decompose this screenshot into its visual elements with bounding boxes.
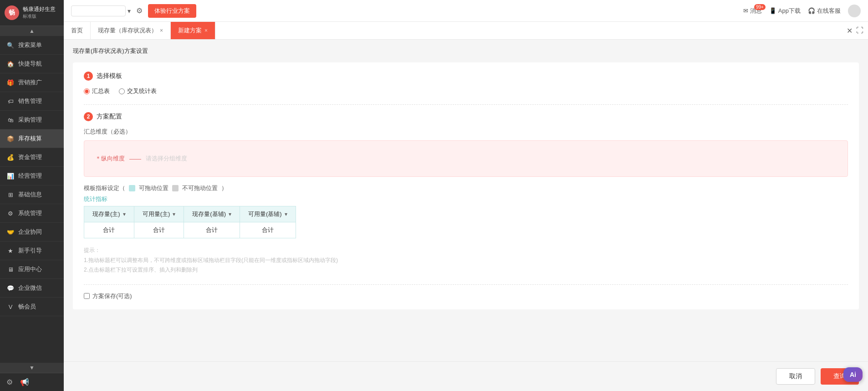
sidebar-item-label: 系统管理 [18,209,42,217]
tab-inventory[interactable]: 现存量（库存状况表） × [91,22,171,39]
vertical-dimension-label: ＊纵向维度 [95,154,125,163]
sidebar-item-system[interactable]: ⚙ 系统管理 [0,204,64,223]
main-area: ▾ ⚙ 体验行业方案 ✉ 消息 99+ 📱 App下载 🎧 在线客服 首页 [64,0,868,391]
topbar-search-group: ▾ [71,5,131,16]
online-service-btn[interactable]: 🎧 在线客服 [808,7,841,15]
sidebar-item-enterprise[interactable]: 🤝 企业协同 [0,223,64,242]
stats-col-1[interactable]: 现存量(主) ▾ [84,206,134,222]
stats-col-3[interactable]: 现存量(基辅) ▾ [184,206,240,222]
sidebar-item-label: 资金管理 [18,153,42,161]
tip-2: 2.点击标题栏下拉可设置排序、插入列和删除列 [84,265,848,275]
sidebar-item-label: 采购管理 [18,116,42,124]
monitor-icon: 🖥 [6,265,15,273]
settings-icon: ⚙ [6,209,15,217]
tab-inventory-label: 现存量（库存状况表） [98,26,157,35]
topbar-right: ✉ 消息 99+ 📱 App下载 🎧 在线客服 [743,5,861,17]
grid-icon: ⊞ [6,190,15,199]
sidebar-scroll-down[interactable]: ▼ [0,363,64,373]
sidebar-item-base-info[interactable]: ⊞ 基础信息 [0,185,64,204]
draggable-badge [129,185,135,191]
tab-new-plan-close[interactable]: × [204,27,208,34]
topbar-search-input[interactable] [71,5,126,16]
sidebar-item-marketing[interactable]: 🎁 营销推广 [0,73,64,92]
tab-home[interactable]: 首页 [64,22,91,39]
v-badge-icon: V [6,303,15,311]
stats-cell-2: 合计 [134,222,184,238]
radio-summary-table[interactable]: 汇总表 [84,87,110,95]
industry-btn[interactable]: 体验行业方案 [148,4,196,18]
sidebar-logo: 畅 畅康通好生意 标准版 [0,0,64,26]
stats-col-2-dropdown[interactable]: ▾ [173,211,175,217]
sidebar-item-inventory[interactable]: 📦 库存核算 [0,129,64,148]
stats-col-1-label: 现存量(主) [92,210,120,218]
settings-footer-icon[interactable]: ⚙ [6,378,13,386]
radio-cross-input[interactable] [119,88,125,94]
sidebar-item-label: 企业微信 [18,284,42,292]
sidebar-item-label: 营销推广 [18,78,42,87]
box-icon: 📦 [6,134,15,143]
radio-cross-label: 交叉统计表 [127,87,157,95]
stats-col-2-label: 可用量(主) [143,210,170,218]
step1-title: 选择模板 [97,72,122,80]
sidebar-item-label: 企业协同 [18,228,42,236]
non-draggable-label: 不可拖动位置 [182,184,218,192]
cancel-button[interactable]: 取消 [776,368,815,385]
sidebar-item-newbie[interactable]: ★ 新手引导 [0,242,64,260]
vertical-dimension-area[interactable]: ＊纵向维度 —— 请选择分组维度 [84,140,848,177]
radio-summary-input[interactable] [84,88,90,94]
stats-col-4-label: 可用量(基辅) [248,210,282,218]
tab-close-btn[interactable]: ✕ [847,26,853,35]
search-dropdown-btn[interactable]: ▾ [128,7,131,15]
app-download-btn[interactable]: 📱 App下载 [769,7,801,15]
tab-new-plan[interactable]: 新建方案 × [171,22,215,39]
sidebar-footer: ⚙ 📢 [0,373,64,391]
save-checkbox[interactable] [84,293,90,299]
logo-icon: 畅 [5,5,19,20]
sidebar-item-sales[interactable]: 🏷 销售管理 [0,92,64,111]
stats-col-3-label: 现存量(基辅) [192,210,226,218]
stats-col-4[interactable]: 可用量(基辅) ▾ [240,206,296,222]
sidebar-item-vip[interactable]: V 畅会员 [0,298,64,316]
stats-col-3-dropdown[interactable]: ▾ [229,211,231,217]
sidebar-item-search[interactable]: 🔍 搜索菜单 [0,36,64,55]
tab-inventory-close[interactable]: × [160,27,163,34]
stats-col-2[interactable]: 可用量(主) ▾ [134,206,184,222]
ai-float-button[interactable]: Ai [843,367,863,382]
topbar-left: ▾ ⚙ 体验行业方案 [71,4,196,18]
tips-section: 提示： 1.拖动标题栏可以调整布局，不可跨维度或指标区域拖动栏目字段(只能在同一… [84,246,848,275]
app-name: 畅康通好生意 [23,6,56,13]
stats-cell-3: 合计 [184,222,240,238]
template-radio-group: 汇总表 交叉统计表 [84,87,848,95]
gift-icon: 🎁 [6,78,15,87]
sidebar-item-finance[interactable]: 💰 资金管理 [0,148,64,167]
save-option-label: 方案保存(可选) [92,292,132,300]
footer-bar: 取消 查询 [64,361,868,391]
sidebar-item-label: 经营管理 [18,172,42,180]
sidebar-item-purchase[interactable]: 🛍 采购管理 [0,111,64,129]
sidebar-item-wechat[interactable]: 💬 企业微信 [0,279,64,298]
user-avatar[interactable] [848,5,861,17]
messages-btn[interactable]: ✉ 消息 99+ [743,7,762,15]
sidebar-item-label: 搜索菜单 [18,41,42,49]
online-service-label: 在线客服 [817,7,841,15]
tag-icon: 🏷 [6,97,15,105]
radio-summary-label: 汇总表 [92,87,110,95]
radio-cross-table[interactable]: 交叉统计表 [119,87,157,95]
tab-home-label: 首页 [71,26,83,35]
app-tag: 标准版 [23,13,56,20]
sidebar-scroll-up[interactable]: ▲ [0,26,64,36]
sidebar-item-label: 销售管理 [18,97,42,105]
topbar-gear-icon[interactable]: ⚙ [136,6,143,15]
stats-col-4-dropdown[interactable]: ▾ [285,211,287,217]
stats-col-1-dropdown[interactable]: ▾ [123,211,126,217]
sidebar-item-management[interactable]: 📊 经营管理 [0,167,64,185]
bag-icon: 🛍 [6,116,15,124]
sidebar-item-label: 新手引导 [18,247,42,255]
sidebar-item-app-center[interactable]: 🖥 应用中心 [0,260,64,279]
sidebar-item-quicknav[interactable]: 🏠 快捷导航 [0,55,64,73]
indicator-label-close: ） [221,184,227,192]
tab-expand-btn[interactable]: ⛶ [856,26,863,35]
tips-title: 提示： [84,247,100,253]
step1-section: 1 选择模板 汇总表 交叉统计表 [84,72,848,95]
speaker-icon[interactable]: 📢 [20,378,29,386]
